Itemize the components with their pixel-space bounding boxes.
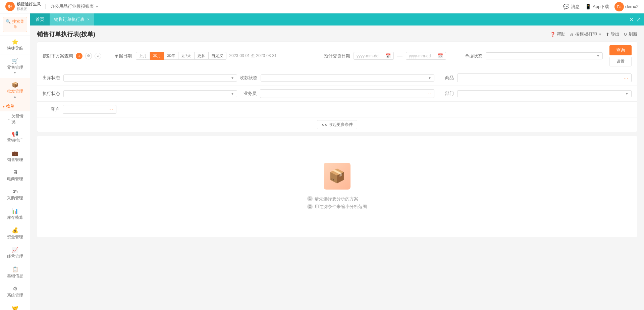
messages-button[interactable]: 💬 消息 bbox=[563, 4, 580, 10]
exec-status-label: 执行状态 bbox=[43, 91, 60, 97]
empty-state: 📦 1 请先选择要分析的方案 2 用过滤条件来缩小分析范围 bbox=[37, 136, 637, 237]
marketing-icon: 📢 bbox=[12, 131, 18, 137]
empty-state-text: 1 请先选择要分析的方案 2 用过滤条件来缩小分析范围 bbox=[307, 195, 367, 211]
app-title[interactable]: 办公用品行业模拟账表 ▼ bbox=[50, 3, 99, 9]
tab-home[interactable]: 首页 bbox=[30, 13, 50, 25]
filter-settings-button[interactable]: ⚙ bbox=[85, 53, 92, 59]
finance-icon: 💰 bbox=[12, 227, 18, 234]
user-profile[interactable]: Ea demo2 bbox=[614, 2, 639, 11]
out-status-select[interactable]: ▼ bbox=[63, 74, 237, 82]
page-header: 销售订单执行表(按单) ❓ 帮助 🖨 按模板打印 ▼ ⬆ 导出 bbox=[30, 25, 644, 42]
tab-sales-order[interactable]: 销售订单执行表 × bbox=[50, 13, 94, 25]
system-icon: ⚙ bbox=[13, 286, 17, 292]
date-separator: — bbox=[397, 53, 402, 59]
help-button[interactable]: ❓ 帮助 bbox=[550, 31, 566, 37]
empty-step-1: 1 请先选择要分析的方案 bbox=[307, 195, 367, 203]
filter-section-title: 按以下方案查询 bbox=[43, 53, 73, 59]
empty-step-2: 2 用过滤条件来缩小分析范围 bbox=[307, 203, 367, 210]
sidebar-retail-section: 🛒 零售管理 ▼ bbox=[0, 54, 30, 78]
collection-status-control: 收款状态 ▼ bbox=[240, 74, 434, 82]
window-expand-button[interactable]: ⤢ bbox=[636, 16, 641, 23]
sidebar-search-section: 🔍 搜索菜单 bbox=[0, 13, 30, 36]
message-icon: 💬 bbox=[563, 4, 570, 10]
step-1-number: 1 bbox=[307, 196, 313, 201]
app-download-button[interactable]: 📱 App下载 bbox=[585, 4, 609, 10]
expected-date-label: 预计交货日期 bbox=[324, 53, 350, 59]
filter-row-2: 出库状态 ▼ 收款状态 ▼ 商品 bbox=[37, 70, 637, 86]
sidebar-sub-item-shortage[interactable]: ○ 欠货情况 bbox=[0, 111, 30, 127]
filter-add-button[interactable]: + bbox=[76, 53, 83, 59]
top-bar-right: 💬 消息 📱 App下载 Ea demo2 bbox=[563, 2, 639, 11]
sidebar-item-sales[interactable]: 💼 销售管理 bbox=[0, 147, 30, 166]
sales-icon: 💼 bbox=[12, 150, 18, 156]
refresh-button[interactable]: ↻ 刷新 bbox=[624, 31, 637, 37]
expected-date-end-input[interactable]: yyyy-mm-dd 📅 bbox=[406, 52, 446, 60]
export-icon: ⬆ bbox=[606, 32, 609, 37]
product-select[interactable]: ··· bbox=[457, 73, 632, 82]
date-tab-more[interactable]: 更多 bbox=[194, 52, 208, 60]
sidebar-item-quick-nav[interactable]: ⭐ 快捷导航 bbox=[0, 36, 30, 54]
quick-nav-icon: ⭐ bbox=[12, 39, 18, 45]
product-label: 商品 bbox=[437, 75, 454, 81]
date-tab-this-year[interactable]: 本年 bbox=[164, 52, 178, 60]
collection-status-select[interactable]: ▼ bbox=[261, 74, 434, 82]
date-tab-7days[interactable]: 近7天 bbox=[178, 52, 195, 60]
retail-icon: 🛒 bbox=[12, 58, 18, 64]
salesperson-label: 业务员 bbox=[240, 91, 257, 97]
wholesale-chevron-icon: ▲ bbox=[13, 95, 16, 98]
settings-button[interactable]: 设置 bbox=[609, 57, 632, 66]
customer-select[interactable]: ··· bbox=[63, 105, 116, 114]
search-menu-button[interactable]: 🔍 搜索菜单 bbox=[3, 17, 27, 32]
sidebar-item-purchase[interactable]: 🛍 采购管理 bbox=[0, 185, 30, 204]
top-bar: 好 畅捷通好生意 标准版 | 办公用品行业模拟账表 ▼ 💬 消息 📱 App下载… bbox=[0, 0, 644, 13]
exec-status-select[interactable]: ▼ bbox=[63, 90, 237, 97]
sidebar-item-enterprise[interactable]: 🤝 企业协同 bbox=[0, 302, 30, 310]
query-button[interactable]: 查询 bbox=[609, 45, 632, 55]
logo-text: 畅捷通好生意 bbox=[17, 2, 41, 6]
department-select[interactable]: ▼ bbox=[457, 90, 632, 97]
print-button[interactable]: 🖨 按模板打印 ▼ bbox=[570, 31, 602, 37]
sidebar-item-inventory[interactable]: 📊 库存核算 bbox=[0, 204, 30, 224]
sidebar-item-wholesale[interactable]: 📦 批发管理 ▲ bbox=[0, 78, 30, 102]
tab-close-icon[interactable]: × bbox=[87, 16, 90, 22]
print-icon: 🖨 bbox=[570, 32, 574, 37]
page-actions: ❓ 帮助 🖨 按模板打印 ▼ ⬆ 导出 ↻ 刷新 bbox=[550, 31, 637, 37]
collapse-filters-button[interactable]: ∧∧ 收起更多条件 bbox=[317, 120, 357, 129]
sidebar-item-operations[interactable]: 📈 经营管理 bbox=[0, 243, 30, 263]
out-status-label: 出库状态 bbox=[43, 75, 60, 81]
app-title-chevron-icon: ▼ bbox=[95, 5, 99, 8]
date-range-text: 2023-03-01 至 2023-03-31 bbox=[229, 53, 276, 59]
retail-chevron-icon: ▼ bbox=[13, 71, 16, 74]
export-button[interactable]: ⬆ 导出 bbox=[606, 31, 620, 37]
customer-dots-icon: ··· bbox=[108, 107, 113, 112]
sidebar-item-marketing[interactable]: 📢 营销推广 bbox=[0, 127, 30, 147]
page-content: 销售订单执行表(按单) ❓ 帮助 🖨 按模板打印 ▼ ⬆ 导出 bbox=[30, 25, 644, 310]
step-2-number: 2 bbox=[307, 204, 313, 209]
salesperson-select[interactable]: ··· bbox=[260, 89, 434, 98]
logo-text-block: 畅捷通好生意 标准版 bbox=[17, 2, 41, 11]
window-close-button[interactable]: ✕ bbox=[629, 16, 634, 23]
date-tab-this-month[interactable]: 本月 bbox=[150, 52, 164, 60]
sidebar-sub-item-order[interactable]: ● 按单 bbox=[0, 102, 30, 111]
sidebar-item-system[interactable]: ⚙ 系统管理 bbox=[0, 282, 30, 302]
sidebar: 🔍 搜索菜单 ⭐ 快捷导航 🛒 零售管理 ▼ 📦 批发管理 ▲ ● bbox=[0, 13, 30, 310]
product-dots-icon: ··· bbox=[624, 75, 629, 81]
date-tab-last-month[interactable]: 上月 bbox=[136, 52, 150, 60]
collection-status-label: 收款状态 bbox=[240, 75, 257, 81]
date-tab-custom[interactable]: 自定义 bbox=[208, 52, 226, 60]
bill-status-select[interactable]: ▼ bbox=[486, 52, 603, 59]
ecommerce-icon: 🖥 bbox=[12, 169, 18, 175]
print-chevron-icon: ▼ bbox=[598, 33, 602, 36]
sidebar-item-ecommerce[interactable]: 🖥 电商管理 bbox=[0, 166, 30, 185]
filter-collapse-button[interactable]: « bbox=[95, 53, 101, 59]
sidebar-quick-nav: ⭐ 快捷导航 bbox=[0, 36, 30, 54]
expected-date-start-input[interactable]: yyyy-mm-dd 📅 bbox=[354, 52, 394, 60]
wholesale-icon: 📦 bbox=[12, 82, 18, 88]
filter-actions-row: ∧∧ 收起更多条件 bbox=[37, 117, 637, 132]
sidebar-item-finance[interactable]: 💰 资金管理 bbox=[0, 224, 30, 243]
sidebar-item-basic-info[interactable]: 📋 基础信息 bbox=[0, 263, 30, 282]
expected-date-control: 预计交货日期 yyyy-mm-dd 📅 — yyyy-mm-dd 📅 bbox=[324, 52, 462, 60]
date-tabs: 上月 本月 本年 近7天 更多 自定义 bbox=[136, 52, 227, 60]
logo-area[interactable]: 好 畅捷通好生意 标准版 bbox=[5, 2, 41, 11]
sidebar-item-retail[interactable]: 🛒 零售管理 ▼ bbox=[0, 54, 30, 78]
